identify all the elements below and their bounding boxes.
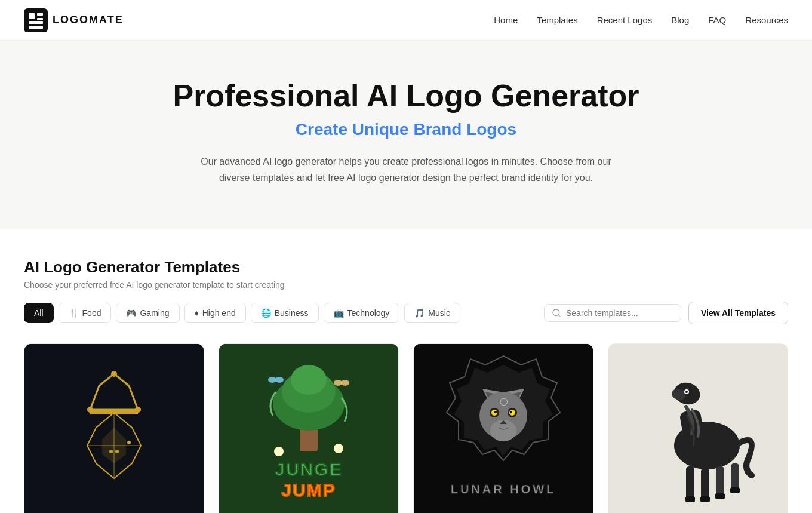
svg-point-47: [494, 411, 497, 413]
music-icon: 🎵: [414, 308, 425, 318]
svg-point-29: [341, 380, 349, 386]
svg-rect-65: [715, 493, 725, 499]
svg-rect-59: [686, 466, 694, 499]
svg-text:JUNGE: JUNGE: [275, 459, 342, 479]
card-image-metal-logo: ◯ LUNAR HOWL: [414, 344, 593, 513]
filter-buttons: All 🍴 Food 🎮 Gaming ♦ High end 🌐 Busines…: [24, 303, 460, 323]
svg-rect-3: [37, 18, 43, 20]
svg-rect-66: [730, 487, 740, 493]
hero-subtitle: Create Unique Brand Logos: [24, 120, 788, 139]
search-input[interactable]: [566, 308, 673, 318]
svg-rect-60: [701, 468, 709, 499]
svg-rect-2: [37, 13, 43, 16]
svg-point-48: [510, 411, 512, 413]
card-gaming-logo[interactable]: JUNGE JUMP Gaming Logo Maker cartoon: [219, 343, 399, 513]
svg-rect-4: [29, 21, 43, 24]
nav-home[interactable]: Home: [494, 15, 518, 25]
food-icon: 🍴: [69, 308, 79, 318]
search-icon: [552, 308, 561, 318]
svg-rect-62: [731, 463, 739, 490]
svg-point-19: [109, 450, 113, 453]
hero-description: Our advanced AI logo generator helps you…: [197, 153, 615, 186]
card-grid: Golden Seal noble: [24, 343, 788, 513]
hero-title: Professional AI Logo Generator: [24, 79, 788, 113]
filter-all[interactable]: All: [24, 303, 54, 323]
svg-text:LUNAR HOWL: LUNAR HOWL: [451, 483, 556, 496]
svg-point-27: [275, 377, 284, 383]
card-image-gamers-team: [608, 344, 788, 513]
card-golden-seal[interactable]: Golden Seal noble: [24, 343, 204, 513]
card-image-gaming-logo: JUNGE JUMP: [219, 344, 398, 513]
hero-section: Professional AI Logo Generator Create Un…: [0, 41, 812, 229]
card-image-golden-seal: [24, 344, 204, 513]
svg-point-32: [274, 447, 284, 456]
filter-food[interactable]: 🍴 Food: [59, 303, 112, 323]
filter-high-end[interactable]: ♦ High end: [184, 303, 246, 323]
view-all-button[interactable]: View All Templates: [688, 302, 788, 324]
svg-point-20: [115, 450, 119, 453]
svg-point-11: [111, 371, 117, 377]
svg-line-7: [558, 315, 560, 317]
card-gamers-team[interactable]: Gamers Team Logo noble: [608, 343, 788, 513]
svg-text:◯: ◯: [500, 397, 508, 406]
nav-blog[interactable]: Blog: [671, 15, 689, 25]
highend-icon: ♦: [195, 308, 199, 318]
search-wrap: [544, 304, 681, 322]
filter-music[interactable]: 🎵 Music: [404, 303, 460, 323]
svg-point-25: [291, 365, 327, 395]
filter-gaming[interactable]: 🎮 Gaming: [116, 303, 179, 323]
templates-section: AI Logo Generator Templates Choose your …: [0, 229, 812, 513]
filter-business[interactable]: 🌐 Business: [251, 303, 319, 323]
svg-point-18: [127, 441, 131, 444]
svg-rect-5: [29, 26, 43, 29]
gaming-icon: 🎮: [126, 308, 136, 318]
nav-faq[interactable]: FAQ: [708, 15, 726, 25]
templates-subheading: Choose your preferred free AI logo gener…: [24, 280, 788, 290]
card-metal-logo[interactable]: ◯ LUNAR HOWL Metal Logo Generator metal: [413, 343, 593, 513]
svg-text:JUMP: JUMP: [281, 480, 336, 500]
svg-rect-1: [29, 13, 35, 19]
svg-point-26: [268, 377, 276, 383]
svg-rect-61: [716, 466, 724, 496]
navbar: LOGOMATE Home Templates Recent Logos Blo…: [0, 0, 812, 41]
filter-bar: All 🍴 Food 🎮 Gaming ♦ High end 🌐 Busines…: [24, 302, 788, 324]
nav-recent-logos[interactable]: Recent Logos: [597, 15, 653, 25]
nav-templates[interactable]: Templates: [537, 15, 577, 25]
logomate-icon: [24, 8, 48, 32]
templates-header: AI Logo Generator Templates Choose your …: [24, 258, 788, 290]
svg-point-33: [334, 444, 343, 453]
svg-rect-64: [700, 496, 710, 502]
templates-heading: AI Logo Generator Templates: [24, 258, 788, 277]
filter-technology[interactable]: 📺 Technology: [324, 303, 400, 323]
nav-links: Home Templates Recent Logos Blog FAQ Res…: [494, 15, 788, 26]
logo-text: LOGOMATE: [53, 14, 124, 26]
svg-rect-63: [685, 496, 695, 502]
logo[interactable]: LOGOMATE: [24, 8, 124, 32]
business-icon: 🌐: [261, 308, 271, 318]
filter-right: View All Templates: [544, 302, 788, 324]
svg-point-28: [334, 380, 342, 386]
technology-icon: 📺: [334, 308, 344, 318]
nav-resources[interactable]: Resources: [745, 15, 788, 25]
svg-point-6: [553, 309, 559, 316]
